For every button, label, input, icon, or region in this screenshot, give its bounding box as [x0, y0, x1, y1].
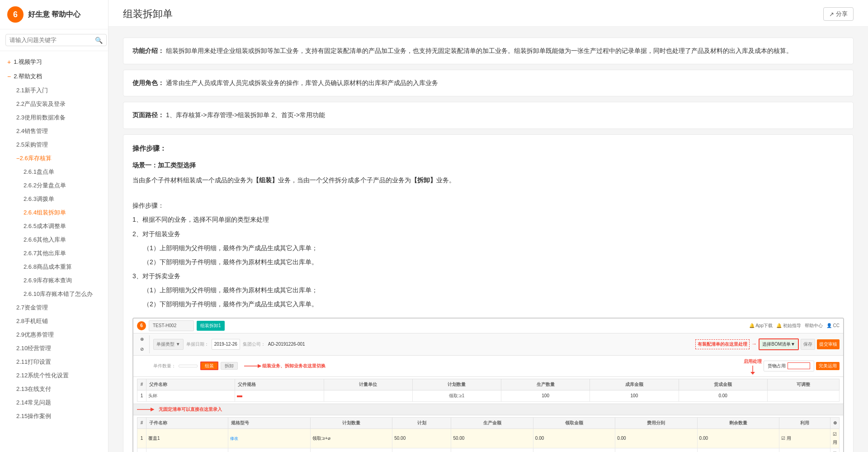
sidebar-item-faq[interactable]: 2.14常见问题 — [0, 396, 108, 409]
role-text: 通常由生产人员或库管人员完成拆装业务的操作，库管人员确认原材料的出库和产成品的入… — [166, 79, 438, 86]
table-row: 1 覆盖1 修改 领取:≥+⌀ 50.00 50.00 0.00 0.00 0.… — [137, 428, 840, 448]
mock-annotation2-area: 组装业务、拆卸业务在这里切换 — [244, 362, 326, 370]
step3-2: （2）下部明细为子件明细，最终作为产成品生成其它入库单。 — [132, 299, 844, 310]
logo-area: 6 好生意 帮助中心 — [0, 0, 108, 29]
function-intro-text: 组装拆卸单用来处理企业组装或拆卸等加工业务，支持有固定装配清单的产品加工业务，也… — [166, 47, 793, 54]
mock-annotation1-area: 有装配清单的在这里处理 → 选择BOM清单▼ 保存 提交审核 — [695, 338, 840, 350]
mock-toolbar: ⊕ ⊘ 单据类型 ▼ 单据日期： 2019-12-26 集团公司： AD-201… — [133, 333, 843, 356]
page-header: 组装拆卸单 ↗ 分享 — [108, 0, 868, 27]
sidebar-item-stock-query[interactable]: 2.6.9库存账本查询 — [0, 274, 108, 287]
mock-order-no: AD-20191226-001 — [268, 340, 305, 348]
screenshot-image: 6 TEST-H002 组装拆卸1 🔔 App下载 🔔 初始指导 帮助中心 👤 … — [132, 318, 844, 452]
page-title: 组装拆卸单 — [123, 7, 173, 21]
main-area: 组装拆卸单 ↗ 分享 功能介绍： 组装拆卸单用来处理企业组装或拆卸等加工业务，支… — [108, 0, 868, 452]
share-icon: ↗ — [829, 11, 834, 18]
mock-bom-btn: 选择BOM清单▼ — [759, 338, 799, 350]
share-button[interactable]: ↗ 分享 — [823, 7, 854, 21]
mock-table-lower: # 子件名称 规格型号 计划数量 计划 生产金额 领取金额 费用分到 剩余数量 … — [133, 415, 843, 452]
scene-title: 场景一：加工类型选择 — [132, 160, 844, 171]
mock-annotation3: 启用处理 — [744, 357, 762, 366]
mock-left-icons: ⊕ ⊘ — [137, 335, 150, 353]
sidebar-item-print[interactable]: 2.11打印设置 — [0, 355, 108, 369]
sidebar-nav: + 1.视频学习 − 2.帮助文档 2.1新手入门 2.2产品安装及登录 2.3… — [0, 51, 108, 452]
mock-tab-active: 组装拆卸1 — [197, 321, 225, 331]
app-name: 好生意 帮助中心 — [28, 10, 80, 19]
sidebar-item-other-out[interactable]: 2.6.7其他出库单 — [0, 247, 108, 260]
role-card: 使用角色： 通常由生产人员或库管人员完成拆装业务的操作，库管人员确认原材料的出库… — [123, 70, 854, 96]
role-label: 使用角色： — [132, 79, 164, 86]
sidebar-item-inventory-check[interactable]: 2.6.1盘点单 — [0, 165, 108, 179]
expand-icon: + — [7, 58, 11, 66]
ops-card: 操作步骤： 场景一：加工类型选择 当由多个子件材料组装成一个成品的业务为【组装】… — [123, 134, 854, 452]
mock-switch-area: 单件数量： 组装 拆卸 组装业务、拆卸业务在这里切换 — [153, 362, 326, 370]
search-area: 🔍 — [0, 29, 108, 51]
sidebar-item-new-user[interactable]: 2.1新手入门 — [0, 84, 108, 97]
sidebar-item-ops[interactable]: 2.10经营管理 — [0, 342, 108, 355]
sidebar-item-move[interactable]: 2.6.3调拨单 — [0, 192, 108, 206]
mock-type-switch: 组装 拆卸 — [200, 362, 238, 370]
function-intro-card: 功能介绍： 组装拆卸单用来处理企业组装或拆卸等加工业务，支持有固定装配清单的产品… — [123, 38, 854, 64]
sidebar-item-coupon[interactable]: 2.9优惠券管理 — [0, 328, 108, 342]
mock-table-upper: # 父件名称 父件规格 计量单位 计划数量 生产数量 成库金额 货成金额 可调整 — [133, 377, 843, 404]
mock-top-right-icons: 🔔 App下载 🔔 初始指导 帮助中心 👤 CC — [749, 322, 840, 330]
sidebar-item-stock-error[interactable]: 2.6.10库存账本错了怎么办 — [0, 287, 108, 301]
step3: 3、对于拆卖业务 — [132, 271, 844, 282]
collapse-icon: − — [7, 73, 11, 80]
svg-marker-2 — [750, 372, 755, 375]
scene-desc: 当由多个子件材料组装成一个成品的业务为【组装】业务，当由一个父件拆分成多个子产品… — [132, 175, 844, 186]
step1: 1、根据不同的业务，选择不同单据的类型来处理 — [132, 214, 844, 225]
sidebar-item-partial-check[interactable]: 2.6.2分量盘点单 — [0, 179, 108, 192]
sidebar-item-goods-cost[interactable]: 2.6.8商品成本重算 — [0, 260, 108, 274]
path-card: 页面路径： 1、库存核算->库存管理->组装拆卸单 2、首页->常用功能 — [123, 102, 854, 128]
sidebar-item-online-pay[interactable]: 2.13在线支付 — [0, 382, 108, 396]
mock-annotation3-area: 启用处理 货物占用 完美运用 — [744, 357, 840, 375]
mock-logo: 6 — [137, 321, 146, 330]
inventory-collapse-icon: − — [16, 155, 20, 162]
main-content: 功能介绍： 组装拆卸单用来处理企业组装或拆卸等加工业务，支持有固定装配清单的产品… — [108, 27, 868, 452]
table-row: 1 头杯 领取:≥1 100 100 0.00 — [137, 390, 840, 401]
step3-1: （1）上部明细为父件明细，最终作为原材料生成其它出库单； — [132, 285, 844, 296]
mock-upper-table: # 父件名称 父件规格 计量单位 计划数量 生产数量 成库金额 货成金额 可调整 — [137, 379, 840, 402]
mock-annotation2: 组装业务、拆卸业务在这里切换 — [262, 362, 326, 370]
mock-url-bar: TEST-H002 — [149, 320, 194, 331]
step2-2: （2）下部明细为子件明细，最终作为原材料生成其它出库单。 — [132, 257, 844, 268]
sidebar: 6 好生意 帮助中心 🔍 + 1.视频学习 − 2.帮助文档 2.1新手入门 2… — [0, 0, 108, 452]
mock-type-row: 单件数量： 组装 拆卸 组装业务、拆卸业务在这里切换 — [133, 356, 843, 377]
sidebar-item-sales[interactable]: 2.4销售管理 — [0, 124, 108, 138]
path-label: 页面路径： — [132, 111, 164, 119]
sidebar-item-finance[interactable]: 2.7资金管理 — [0, 301, 108, 314]
sidebar-item-mobile[interactable]: 2.8手机旺铺 — [0, 314, 108, 328]
mock-date: 2019-12-26 — [212, 339, 240, 350]
mock-annotation4: 无固定清单可以直接在这里录入 — [159, 405, 222, 414]
function-intro-label: 功能介绍： — [132, 47, 164, 54]
mock-confirm-btn: 完美运用 — [816, 362, 840, 370]
table-row: 2 覆盖2 领取:≥+⌀ 20.00 20.00 0.00 0.00 0.00 … — [137, 448, 840, 452]
sidebar-item-assembly[interactable]: 2.6.4组装拆卸单 — [0, 206, 108, 219]
sidebar-item-case[interactable]: 2.15操作案例 — [0, 409, 108, 423]
sidebar-item-purchase[interactable]: 2.5采购管理 — [0, 138, 108, 152]
app-logo-icon: 6 — [7, 6, 24, 23]
path-text: 1、库存核算->库存管理->组装拆卸单 2、首页->常用功能 — [166, 111, 325, 119]
sidebar-item-inventory[interactable]: − 2.6库存核算 — [0, 152, 108, 165]
sidebar-item-other-in[interactable]: 2.6.6其他入库单 — [0, 233, 108, 247]
sidebar-item-cost-adjust[interactable]: 2.6.5成本调整单 — [0, 219, 108, 233]
mock-form-header: 单据类型 ▼ 单据日期： 2019-12-26 集团公司： AD-2019122… — [153, 338, 840, 350]
mock-annotation1: 有装配清单的在这里处理 — [695, 339, 750, 349]
sidebar-item-video[interactable]: + 1.视频学习 — [0, 55, 108, 69]
ops-title: 操作步骤： — [132, 142, 844, 154]
steps-title: 操作步骤： — [132, 200, 844, 211]
mock-divider-annotation: 无固定清单可以直接在这里录入 — [133, 404, 843, 415]
search-input[interactable] — [5, 34, 107, 46]
mock-lower-table: # 子件名称 规格型号 计划数量 计划 生产金额 领取金额 费用分到 剩余数量 … — [137, 417, 840, 452]
step2-1: （1）上部明细为父件明细，最终作为产成品生成其它入库单； — [132, 243, 844, 254]
sidebar-item-docs[interactable]: − 2.帮助文档 — [0, 69, 108, 84]
sidebar-item-data-prep[interactable]: 2.3使用前数据准备 — [0, 111, 108, 124]
step2: 2、对于组装业务 — [132, 228, 844, 240]
sidebar-item-custom[interactable]: 2.12系统个性化设置 — [0, 369, 108, 382]
sidebar-item-install[interactable]: 2.2产品安装及登录 — [0, 97, 108, 111]
search-icon[interactable]: 🔍 — [95, 37, 103, 44]
mock-type-select: 单据类型 ▼ — [153, 339, 184, 350]
mock-tab-area: 组装拆卸1 — [197, 321, 225, 331]
